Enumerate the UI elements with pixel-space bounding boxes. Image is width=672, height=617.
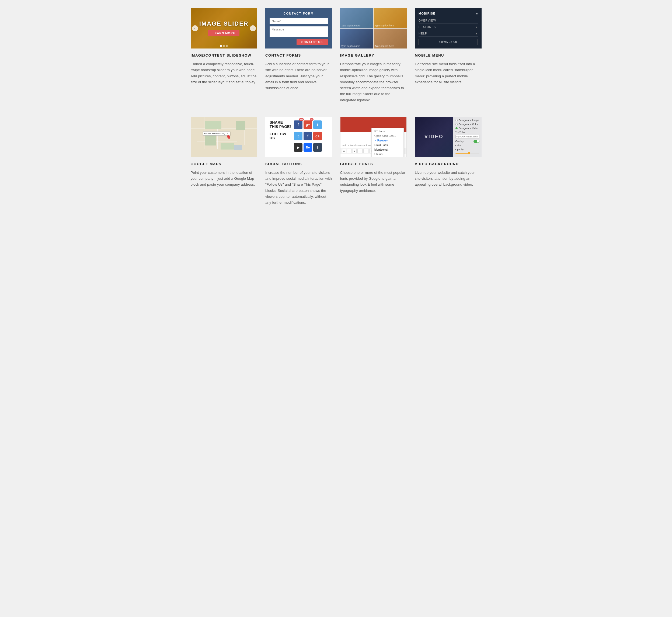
fb-count: 192 xyxy=(299,118,304,121)
share-label: SHARE THIS PAGE! xyxy=(270,121,291,129)
toolbar-align-center[interactable]: ☰ xyxy=(347,149,352,153)
video-settings-panel: Background Image Background Color Backgr… xyxy=(453,117,482,157)
contact-submit-button[interactable]: CONTACT US xyxy=(296,39,328,45)
tumblr-icon: t xyxy=(317,145,318,150)
font-droid-sans[interactable]: Droid Sans xyxy=(372,143,404,147)
card-title-fonts: GOOGLE FONTS xyxy=(340,162,407,166)
map-background: Empire State Building ✕ xyxy=(191,117,257,157)
twitter-follow-icon: t xyxy=(298,134,299,138)
dot-2[interactable] xyxy=(223,45,225,47)
card-desc-contact: Add a subscribe or contact form to your … xyxy=(265,61,332,91)
map-label-popup: Empire State Building ✕ xyxy=(203,132,230,136)
opacity-slider-fill xyxy=(455,153,470,154)
vsetting-bg-color: Background Color xyxy=(455,123,479,126)
label-bg-color: Background Color xyxy=(459,123,478,126)
opacity-slider[interactable] xyxy=(455,153,479,154)
font-open-sans[interactable]: Open Sans Con... xyxy=(372,134,404,138)
dot-3[interactable] xyxy=(226,45,228,47)
contact-form-title: CONTACT FORM xyxy=(284,12,314,15)
slider-title: IMAGE SLIDER xyxy=(199,20,249,27)
toolbar-align-right[interactable]: ≡ xyxy=(353,149,357,153)
card-title-video: VIDEO BACKGROUND xyxy=(415,162,482,166)
toolbar-justify[interactable]: ⋯ xyxy=(358,149,363,153)
card-title-mobile-menu: MOBILE MENU xyxy=(415,53,482,57)
github-icon: ▶ xyxy=(297,145,300,150)
hamburger-icon[interactable]: ≡ xyxy=(475,11,477,16)
toolbar-align-left[interactable]: ≡ xyxy=(342,149,346,153)
opacity-slider-thumb[interactable] xyxy=(468,152,470,154)
video-main-area: VIDEO xyxy=(415,134,453,140)
facebook-follow-button[interactable]: f xyxy=(303,132,312,140)
font-droid-serif[interactable]: Droid Serif xyxy=(372,157,404,157)
follow-label: FOLLOW US xyxy=(270,132,291,140)
label-overlay: Overlay xyxy=(455,140,464,143)
gplus-share-button[interactable]: g+ 47 xyxy=(303,121,312,129)
page-wrapper: IMAGE SLIDER LEARN MORE ‹ › IMAGE/CONTEN… xyxy=(185,0,487,227)
overlay-toggle[interactable] xyxy=(473,140,479,143)
youtube-url-input[interactable] xyxy=(455,135,479,139)
card-mobile-menu: MOBIRISE ≡ OVERVIEW FEATURES ▾ HELP ▾ DO… xyxy=(415,8,482,103)
extra-follow-buttons: ▶ Be t xyxy=(294,143,328,152)
toolbar-more[interactable]: ⋮ xyxy=(363,149,369,153)
learn-more-button[interactable]: LEARN MORE xyxy=(208,30,239,36)
mmenu-brand: MOBIRISE xyxy=(419,12,435,15)
gplus-count: 47 xyxy=(310,118,313,121)
mmenu-item-overview[interactable]: OVERVIEW xyxy=(419,18,478,24)
gplus-icon: g+ xyxy=(306,123,310,127)
gallery-thumb-2: Type caption here xyxy=(374,8,407,28)
gallery-caption-4: Type caption here xyxy=(375,45,394,47)
label-color: Color xyxy=(455,144,461,147)
card-desc-maps: Point your customers in the location of … xyxy=(191,170,257,188)
video-label: VIDEO xyxy=(425,134,444,140)
gplus-follow-button[interactable]: g+ xyxy=(313,132,322,140)
slider-next-arrow[interactable]: › xyxy=(250,25,256,31)
twitter-follow-button[interactable]: t xyxy=(294,132,302,140)
radio-bg-color[interactable] xyxy=(455,123,458,125)
slider-prev-arrow[interactable]: ‹ xyxy=(192,25,198,31)
label-bg-video: Background Video xyxy=(459,127,478,130)
card-video-bg: VIDEO Background Image Background Color … xyxy=(415,117,482,206)
gallery-caption-2: Type caption here xyxy=(375,24,394,27)
vsetting-youtube: YouTube xyxy=(455,131,479,134)
vsetting-url xyxy=(455,135,479,139)
radio-bg-image[interactable] xyxy=(455,119,458,121)
behance-button[interactable]: Be xyxy=(303,143,312,152)
vsetting-overlay: Overlay xyxy=(455,140,479,143)
contact-name-input[interactable] xyxy=(270,18,328,24)
card-google-fonts: PT Sans Open Sans Con... ✓ Raleway Droid… xyxy=(340,117,407,206)
gplus-follow-icon: g+ xyxy=(315,134,320,138)
mmenu-download-button[interactable]: DOWNLOAD xyxy=(419,39,478,45)
card-title-contact: CONTACT FORMS xyxy=(265,53,332,57)
card-image-slider: IMAGE SLIDER LEARN MORE ‹ › IMAGE/CONTEN… xyxy=(191,8,257,103)
maps-preview: Empire State Building ✕ xyxy=(191,117,257,157)
font-pt-sans[interactable]: PT Sans xyxy=(372,129,404,134)
font-raleway[interactable]: ✓ Raleway xyxy=(372,138,404,143)
label-youtube: YouTube xyxy=(455,131,465,134)
label-opacity: Opacity xyxy=(455,148,464,151)
tumblr-button[interactable]: t xyxy=(313,143,322,152)
dot-1[interactable] xyxy=(220,45,222,47)
card-desc-social: Increase the number of your site visitor… xyxy=(265,170,332,206)
follow-buttons: t f g+ xyxy=(294,132,322,140)
chevron-down-icon: ▾ xyxy=(476,26,478,29)
font-ubuntu[interactable]: Ubuntu xyxy=(372,152,404,157)
twitter-share-button[interactable]: t xyxy=(313,121,322,129)
font-montserrat[interactable]: Montserrat xyxy=(372,147,404,152)
mmenu-item-help[interactable]: HELP ▾ xyxy=(419,31,478,37)
mmenu-item-features[interactable]: FEATURES ▾ xyxy=(419,24,478,30)
facebook-share-button[interactable]: f 192 xyxy=(294,121,302,129)
gallery-thumb-1: Type caption here xyxy=(340,8,373,28)
slider-preview: IMAGE SLIDER LEARN MORE ‹ › xyxy=(191,8,257,48)
card-desc-gallery: Demonstrate your images in masonry mobil… xyxy=(340,61,407,103)
contact-message-input[interactable] xyxy=(270,26,328,37)
gallery-caption-1: Type caption here xyxy=(341,24,361,27)
video-preview: VIDEO Background Image Background Color … xyxy=(415,117,482,157)
card-contact-forms: CONTACT FORM CONTACT US CONTACT FORMS Ad… xyxy=(265,8,332,103)
github-button[interactable]: ▶ xyxy=(294,143,302,152)
chevron-down-icon-help: ▾ xyxy=(476,32,478,35)
map-close-icon[interactable]: ✕ xyxy=(227,132,229,135)
fonts-preview: PT Sans Open Sans Con... ✓ Raleway Droid… xyxy=(340,117,407,157)
facebook-icon: f xyxy=(298,123,299,127)
card-social-buttons: SHARE THIS PAGE! f 192 g+ 47 t xyxy=(265,117,332,206)
radio-bg-video[interactable] xyxy=(455,127,458,129)
